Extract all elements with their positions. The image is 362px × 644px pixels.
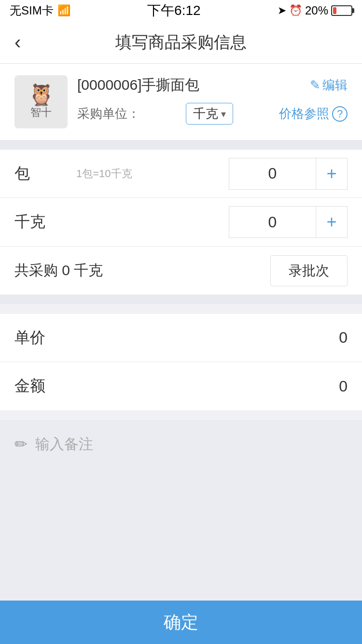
batch-button[interactable]: 录批次 xyxy=(270,255,348,286)
battery-percent: 20% xyxy=(305,4,328,17)
status-bar: 无SIM卡 📶 下午6:12 ➤ ⏰ 20% xyxy=(0,0,362,21)
status-time: 下午6:12 xyxy=(147,1,201,20)
chevron-down-icon: ▾ xyxy=(221,108,226,120)
bao-input[interactable] xyxy=(229,158,316,190)
question-icon: ? xyxy=(332,106,348,122)
section-divider-2 xyxy=(0,294,362,304)
product-info: [0000006]手撕面包 ✎ 编辑 采购单位： 千克 ▾ 价格参照 ? xyxy=(77,75,348,125)
location-icon: ➤ xyxy=(278,4,286,17)
bao-plus-button[interactable]: + xyxy=(316,158,348,190)
remark-placeholder: 输入备注 xyxy=(35,434,93,454)
nav-bar: ‹ 填写商品采购信息 xyxy=(0,21,362,64)
unit-price-row: 单价 0 xyxy=(0,314,362,362)
bao-sublabel: 1包=10千克 xyxy=(76,167,132,181)
kg-input-wrapper: + xyxy=(229,206,348,238)
product-thumbnail: 🦉 智十 xyxy=(14,75,68,128)
empty-area xyxy=(0,468,362,623)
amount-value: 0 xyxy=(339,378,348,395)
edit-label: 编辑 xyxy=(322,77,348,94)
page-title: 填写商品采购信息 xyxy=(115,31,247,54)
product-logo-icon: 🦉 xyxy=(28,84,55,105)
kg-input-row: 千克 + xyxy=(0,198,362,246)
battery-indicator xyxy=(331,5,352,16)
confirm-button[interactable]: 确定 xyxy=(0,601,362,644)
status-right: ➤ ⏰ 20% xyxy=(278,4,352,17)
unit-price-label: 单价 xyxy=(14,327,45,349)
price-reference-button[interactable]: 价格参照 ? xyxy=(279,105,348,122)
pencil-icon: ✏ xyxy=(14,435,28,453)
summary-text: 共采购 0 千克 xyxy=(14,261,103,280)
amount-label: 金额 xyxy=(14,376,45,397)
product-logo-text: 智十 xyxy=(30,105,52,120)
edit-button[interactable]: ✎ 编辑 xyxy=(310,77,348,94)
bao-input-wrapper: + xyxy=(229,158,348,190)
bao-label: 包 xyxy=(14,163,72,184)
bao-input-row: 包 1包=10千克 + xyxy=(0,150,362,198)
back-button[interactable]: ‹ xyxy=(14,31,21,53)
remark-section[interactable]: ✏ 输入备注 xyxy=(0,420,362,468)
product-name: [0000006]手撕面包 xyxy=(77,75,199,95)
unit-price-value: 0 xyxy=(339,329,348,347)
alarm-icon: ⏰ xyxy=(289,4,302,17)
confirm-button-label: 确定 xyxy=(164,611,198,634)
purchase-unit-label: 采购单位： xyxy=(77,105,140,122)
edit-icon: ✎ xyxy=(310,78,320,93)
status-left: 无SIM卡 📶 xyxy=(10,3,70,18)
summary-row: 共采购 0 千克 录批次 xyxy=(0,246,362,294)
kg-label: 千克 xyxy=(14,211,72,233)
kg-plus-button[interactable]: + xyxy=(316,206,348,238)
kg-input[interactable] xyxy=(229,206,316,238)
battery-fill xyxy=(333,7,336,14)
wifi-icon: 📶 xyxy=(57,4,70,17)
price-section: 单价 0 金额 0 xyxy=(0,314,362,410)
product-card: 🦉 智十 [0000006]手撕面包 ✎ 编辑 采购单位： 千克 ▾ 价格参照 … xyxy=(0,64,362,140)
sim-label: 无SIM卡 xyxy=(10,3,54,18)
unit-value: 千克 xyxy=(193,105,218,122)
amount-row: 金额 0 xyxy=(0,362,362,410)
price-ref-label: 价格参照 xyxy=(279,105,329,122)
section-divider-1 xyxy=(0,140,362,150)
quantity-input-section: 包 1包=10千克 + 千克 + xyxy=(0,150,362,246)
unit-select[interactable]: 千克 ▾ xyxy=(186,103,233,125)
